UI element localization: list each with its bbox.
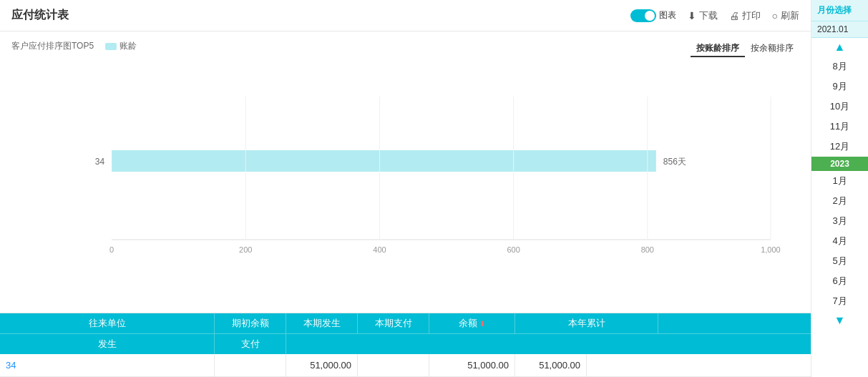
- month-item[interactable]: 8月: [811, 57, 868, 77]
- th-ytd-pay: 支付: [215, 334, 286, 354]
- table-section: 往来单位 期初余额 本期发生 本期支付 余额 ⬇ 本年累计: [0, 313, 811, 377]
- th-ytd-group: 本年累计: [515, 313, 658, 333]
- refresh-button[interactable]: ○ 刷新: [772, 9, 799, 22]
- legend-label-age: 账龄: [120, 40, 137, 52]
- chart-bar: [112, 150, 656, 172]
- chart-toggle-group[interactable]: 图表: [630, 9, 676, 22]
- sidebar: 月份选择 2021.01 ▲ 8月9月10月11月12月20231月2月3月4月…: [811, 0, 868, 377]
- refresh-icon: ○: [772, 10, 778, 21]
- svg-text:1,000: 1,000: [761, 245, 781, 254]
- month-item[interactable]: 7月: [811, 291, 868, 311]
- cell-ytd-occur: 51,000.00: [515, 354, 587, 376]
- chart-svg: 34 856天 0 200 400 600 800 1,000: [11, 61, 799, 268]
- table-header-wrapper: 往来单位 期初余额 本期发生 本期支付 余额 ⬇ 本年累计: [0, 313, 811, 354]
- table-row: 34 51,000.00 51,000.00 51,000.00: [0, 354, 811, 377]
- chart-legend-row: 客户应付排序图TOP5 账龄 按账龄排序 按余额排序: [11, 40, 799, 58]
- month-item[interactable]: 3月: [811, 211, 868, 231]
- th-current: 本期发生: [286, 313, 358, 333]
- balance-icon: ⬇: [479, 320, 485, 328]
- legend-label-top5: 客户应付排序图TOP5: [11, 40, 94, 52]
- table-header-row2: 发生 支付: [0, 333, 811, 354]
- chart-toggle[interactable]: [630, 9, 656, 22]
- page-title: 应付统计表: [11, 8, 69, 23]
- table-header-row1: 往来单位 期初余额 本期发生 本期支付 余额 ⬇ 本年累计: [0, 313, 811, 333]
- sort-tabs: 按账龄排序 按余额排序: [691, 41, 799, 57]
- month-item[interactable]: 12月: [811, 137, 868, 157]
- nav-down-arrow[interactable]: ▼: [811, 311, 868, 330]
- month-item[interactable]: 2月: [811, 191, 868, 211]
- month-item[interactable]: 6月: [811, 271, 868, 291]
- th-opening: 期初余额: [215, 313, 286, 333]
- cell-current: 51,000.00: [286, 354, 358, 376]
- nav-up-arrow[interactable]: ▲: [811, 38, 868, 57]
- chart-section: 客户应付排序图TOP5 账龄 按账龄排序 按余额排序 34: [0, 31, 811, 313]
- svg-text:800: 800: [641, 245, 654, 254]
- month-item[interactable]: 1月: [811, 171, 868, 191]
- month-item[interactable]: 5月: [811, 251, 868, 271]
- print-button[interactable]: 🖨 打印: [729, 9, 761, 22]
- page-header: 应付统计表 图表 ⬇ 下载 🖨 打印 ○ 刷新: [0, 0, 811, 31]
- th-balance: 余额 ⬇: [429, 313, 515, 333]
- month-item[interactable]: 10月: [811, 97, 868, 117]
- sidebar-nav: ▲ 8月9月10月11月12月20231月2月3月4月5月6月7月 ▼: [811, 38, 868, 330]
- svg-text:34: 34: [95, 157, 105, 167]
- cell-unit[interactable]: 34: [0, 354, 215, 376]
- download-icon: ⬇: [688, 10, 696, 21]
- cell-payment: [358, 354, 429, 376]
- month-list: 8月9月10月11月12月20231月2月3月4月5月6月7月: [811, 57, 868, 311]
- sidebar-selected-date: 2021.01: [811, 21, 868, 38]
- sort-tab-age[interactable]: 按账龄排序: [691, 41, 745, 57]
- legend-item-top5: 客户应付排序图TOP5: [11, 40, 94, 52]
- chart-wrapper: 34 856天 0 200 400 600 800 1,000: [11, 61, 799, 268]
- cell-opening: [215, 354, 286, 376]
- svg-text:856天: 856天: [663, 157, 686, 167]
- legend-color-age: [105, 43, 117, 50]
- th-payment: 本期支付: [358, 313, 429, 333]
- header-actions: 图表 ⬇ 下载 🖨 打印 ○ 刷新: [630, 9, 799, 22]
- svg-text:0: 0: [109, 245, 114, 254]
- cell-ytd-pay: [587, 354, 658, 376]
- sidebar-header: 月份选择: [811, 0, 868, 21]
- th-ytd-occur: 发生: [0, 334, 215, 354]
- svg-text:600: 600: [507, 245, 520, 254]
- th-unit: 往来单位: [0, 313, 215, 333]
- year-label: 2023: [811, 157, 868, 171]
- sort-tab-balance[interactable]: 按余额排序: [745, 41, 799, 57]
- chart-legend: 客户应付排序图TOP5 账龄: [11, 40, 137, 52]
- toggle-label: 图表: [659, 9, 676, 21]
- download-button[interactable]: ⬇ 下载: [688, 9, 718, 22]
- month-item[interactable]: 4月: [811, 231, 868, 251]
- svg-text:400: 400: [373, 245, 386, 254]
- svg-text:200: 200: [239, 245, 252, 254]
- print-icon: 🖨: [729, 10, 739, 21]
- legend-item-age: 账龄: [105, 40, 137, 52]
- table-body: 34 51,000.00 51,000.00 51,000.00: [0, 354, 811, 377]
- cell-balance: 51,000.00: [429, 354, 515, 376]
- month-item[interactable]: 11月: [811, 117, 868, 137]
- month-item[interactable]: 9月: [811, 77, 868, 97]
